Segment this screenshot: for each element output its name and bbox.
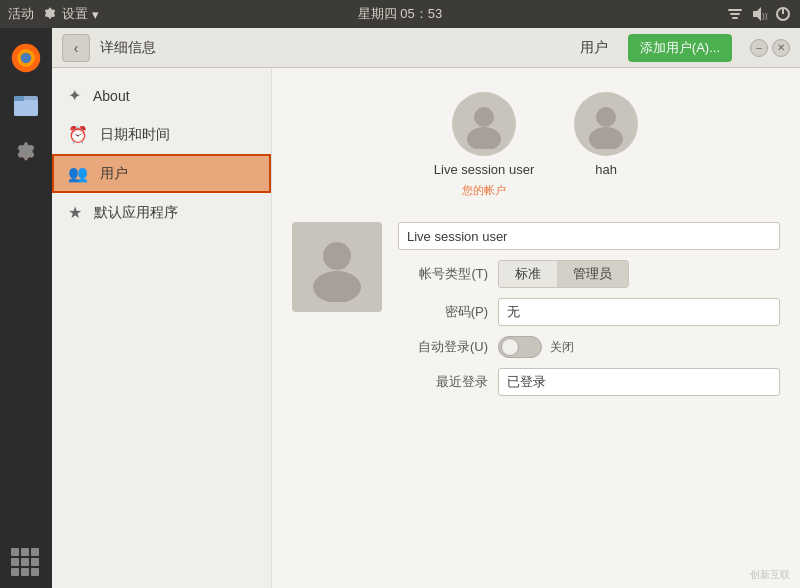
content-area: ‹ 详细信息 用户 添加用户(A)... – ✕ ✦ About ⏰	[52, 28, 800, 588]
username-row	[398, 222, 780, 250]
activities-button[interactable]: 活动	[8, 5, 34, 23]
sidebar-item-default-apps[interactable]: ★ 默认应用程序	[52, 193, 271, 232]
minimize-button[interactable]: –	[750, 39, 768, 57]
user-avatar-live	[452, 92, 516, 156]
system-settings-icon[interactable]	[6, 134, 46, 174]
sidebar-item-datetime[interactable]: ⏰ 日期和时间	[52, 115, 271, 154]
switch-knob	[501, 338, 519, 356]
user-card-live[interactable]: Live session user 您的帐户	[434, 92, 534, 198]
svg-point-15	[474, 107, 494, 127]
form-fields: 帐号类型(T) 标准 管理员 密码(P) 无	[398, 222, 780, 396]
svg-rect-2	[730, 13, 740, 15]
sidebar-item-default-apps-label: 默认应用程序	[94, 204, 178, 222]
user-card-hah[interactable]: hah	[574, 92, 638, 198]
settings-dropdown-arrow: ▾	[92, 7, 99, 22]
form-avatar[interactable]	[292, 222, 382, 312]
username-input[interactable]	[398, 222, 780, 250]
star-icon: ✦	[68, 86, 81, 105]
svg-rect-13	[14, 96, 24, 101]
topbar-left: 活动 设置 ▾	[8, 5, 99, 23]
admin-btn[interactable]: 管理员	[557, 261, 628, 287]
svg-point-17	[596, 107, 616, 127]
sidebar: ✦ About ⏰ 日期和时间 👥 用户 ★ 默认应用程序	[52, 68, 272, 588]
dot	[31, 568, 39, 576]
add-user-button[interactable]: 添加用户(A)...	[628, 34, 732, 62]
firefox-icon[interactable]	[6, 38, 46, 78]
svg-rect-3	[732, 17, 738, 19]
dock	[0, 28, 52, 588]
avatar-svg	[459, 99, 509, 149]
panels: ✦ About ⏰ 日期和时间 👥 用户 ★ 默认应用程序	[52, 68, 800, 588]
svg-point-18	[589, 127, 623, 149]
files-icon[interactable]	[6, 86, 46, 126]
topbar-right: ))))	[726, 5, 792, 23]
autologin-switch[interactable]	[498, 336, 542, 358]
user-name-live: Live session user	[434, 162, 534, 177]
gear-icon	[42, 6, 58, 22]
last-login-value: 已登录	[498, 368, 780, 396]
svg-rect-1	[728, 9, 742, 11]
password-value[interactable]: 无	[498, 298, 780, 326]
dot	[31, 558, 39, 566]
sidebar-item-about-label: About	[93, 88, 130, 104]
settings-label: 设置	[62, 5, 88, 23]
back-button[interactable]: ‹	[62, 34, 90, 62]
firefox-svg	[10, 42, 42, 74]
svg-rect-12	[14, 100, 38, 116]
last-login-label: 最近登录	[398, 373, 488, 391]
volume-icon: ))))	[750, 5, 768, 23]
password-row: 密码(P) 无	[398, 298, 780, 326]
svg-point-10	[21, 53, 32, 64]
clock-icon: ⏰	[68, 125, 88, 144]
account-type-row: 帐号类型(T) 标准 管理员	[398, 260, 780, 288]
topbar: 活动 设置 ▾ 星期四 05：53 ))))	[0, 0, 800, 28]
account-type-toggle: 标准 管理员	[498, 260, 629, 288]
users-row: Live session user 您的帐户 hah	[292, 84, 780, 198]
dot	[11, 548, 19, 556]
dot	[21, 548, 29, 556]
dot	[31, 548, 39, 556]
autologin-switch-label: 关闭	[550, 339, 574, 356]
settings-header: ‹ 详细信息 用户 添加用户(A)... – ✕	[52, 28, 800, 68]
window-controls: – ✕	[750, 39, 790, 57]
main-container: ‹ 详细信息 用户 添加用户(A)... – ✕ ✦ About ⏰	[0, 28, 800, 588]
settings-menu[interactable]: 设置 ▾	[42, 5, 99, 23]
sidebar-item-about[interactable]: ✦ About	[52, 76, 271, 115]
topbar-time: 星期四 05：53	[358, 5, 443, 23]
svg-marker-4	[753, 7, 761, 21]
autologin-row: 自动登录(U) 关闭	[398, 336, 780, 358]
dot	[21, 568, 29, 576]
users-icon: 👥	[68, 164, 88, 183]
files-svg	[10, 90, 42, 122]
apps-icon: ★	[68, 203, 82, 222]
dot	[11, 558, 19, 566]
standard-btn[interactable]: 标准	[499, 261, 557, 287]
last-login-row: 最近登录 已登录	[398, 368, 780, 396]
settings-svg	[10, 138, 42, 170]
right-panel: Live session user 您的帐户 hah	[272, 68, 800, 588]
power-icon	[774, 5, 792, 23]
svg-point-19	[323, 242, 351, 270]
dot	[21, 558, 29, 566]
account-type-label: 帐号类型(T)	[398, 265, 488, 283]
svg-text:)))): ))))	[762, 11, 768, 20]
app-grid-button[interactable]	[11, 548, 41, 578]
sidebar-item-users[interactable]: 👥 用户	[52, 154, 271, 193]
autologin-switch-container: 关闭	[498, 336, 574, 358]
user-subtitle-live: 您的帐户	[462, 183, 506, 198]
watermark: 创新互联	[750, 568, 790, 582]
avatar-svg-2	[581, 99, 631, 149]
svg-point-20	[313, 271, 361, 302]
user-name-hah: hah	[595, 162, 617, 177]
svg-point-16	[467, 127, 501, 149]
users-label: 用户	[580, 39, 608, 57]
user-avatar-hah	[574, 92, 638, 156]
form-avatar-svg	[302, 232, 372, 302]
password-label: 密码(P)	[398, 303, 488, 321]
header-title: 详细信息	[100, 39, 156, 57]
network-icon	[726, 5, 744, 23]
sidebar-item-users-label: 用户	[100, 165, 128, 183]
autologin-label: 自动登录(U)	[398, 338, 488, 356]
dot	[11, 568, 19, 576]
close-button[interactable]: ✕	[772, 39, 790, 57]
